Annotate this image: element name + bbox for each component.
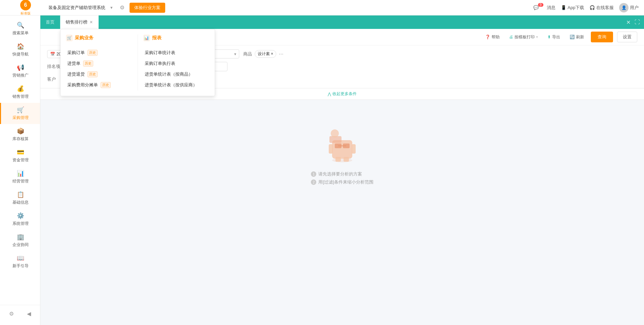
dropdown-divider — [138, 35, 138, 90]
enterprise-icon: 🏢 — [17, 233, 24, 241]
sidebar-item-quick[interactable]: 🏠 快捷导航 — [0, 39, 40, 60]
dropdown-purchase-cost[interactable]: 采购费用分摊单 历史 — [66, 80, 132, 90]
export-icon: ⬆ — [547, 35, 551, 39]
sales-icon: 💰 — [17, 85, 24, 92]
goods-label: 商品 — [243, 51, 252, 57]
settings-button[interactable]: 设置 — [617, 32, 637, 42]
system-gear-icon[interactable]: ⚙ — [117, 3, 127, 12]
svg-rect-1 — [332, 140, 352, 159]
report-section-icon: 📊 — [143, 35, 150, 41]
refresh-button[interactable]: 🔄 刷新 — [567, 33, 587, 41]
query-button[interactable]: 查询 — [591, 32, 613, 42]
help-icon: ❓ — [485, 35, 490, 39]
sidebar-item-sales[interactable]: 💰 销售管理 — [0, 82, 40, 103]
window-expand-btn[interactable]: ⛶ — [635, 19, 640, 25]
goods-more-btn[interactable]: ··· — [279, 51, 283, 57]
top-header: 6 标准版 装备及固定资产辅助管理系统 ▾ ⚙ 体验行业方案 💬 9 消息 📱 … — [0, 0, 644, 15]
dropdown-purchase-order-stat[interactable]: 采购订单统计表 — [143, 47, 210, 58]
svg-point-10 — [331, 129, 339, 137]
phone-icon: 📱 — [561, 5, 566, 10]
sidebar-item-system[interactable]: ⚙️ 系统管理 — [0, 209, 40, 230]
history-badge-2: 历史 — [87, 71, 98, 77]
dropdown-incoming-order[interactable]: 进货单 历史 — [66, 58, 132, 69]
dropdown-incoming-stat-goods[interactable]: 进货单统计表（按商品） — [143, 69, 210, 80]
dropdown-purchase-order-exec[interactable]: 采购订单执行表 — [143, 58, 210, 69]
user-avatar: 👤 — [619, 3, 629, 12]
tab-sales-rank-label: 销售排行榜 — [66, 19, 87, 25]
collapse-button[interactable]: ⋀ 收起更多条件 — [328, 91, 357, 97]
sidebar-item-enterprise[interactable]: 🏢 企业协同 — [0, 230, 40, 251]
sidebar-item-search[interactable]: 🔍 搜索菜单 — [0, 18, 40, 39]
main-layout: 🔍 搜索菜单 🏠 快捷导航 📢 营销推广 💰 销售管理 🛒 采购管理 📦 — [0, 15, 644, 325]
operations-icon: 📊 — [17, 170, 24, 177]
sidebar-item-inventory[interactable]: 📦 库存核算 — [0, 124, 40, 145]
history-badge-1: 历史 — [83, 60, 93, 67]
sidebar-settings-btn[interactable]: ⚙ — [8, 309, 15, 318]
tip-num-1: 1 — [311, 171, 316, 177]
logo-icon: 6 — [20, 0, 31, 10]
print-icon: 🖨 — [509, 35, 513, 39]
sidebar-collapse-btn[interactable]: ◀ — [26, 309, 32, 318]
tab-window-controls: ✕ ⛶ — [626, 19, 644, 26]
empty-svg — [322, 127, 362, 167]
dropdown-return-goods[interactable]: 进货退货 历史 — [66, 69, 132, 80]
guide-icon: 📖 — [17, 254, 24, 262]
tip-text-1: 请先选择要分析的方案 — [318, 171, 362, 177]
print-button[interactable]: 🖨 按模板打印 ▾ — [506, 33, 541, 41]
sidebar-item-operations[interactable]: 📊 经营管理 — [0, 166, 40, 188]
app-download-button[interactable]: 📱 App下载 — [561, 5, 584, 11]
empty-state: 1 请先选择要分析的方案 2 用[过滤]条件来缩小分析范围 — [40, 100, 644, 214]
sidebar-item-basic-info[interactable]: 📋 基础信息 — [0, 188, 40, 209]
tab-sales-rank[interactable]: 销售排行榜 ✕ 🛒 采购业务 采购订单 — [60, 15, 99, 29]
voucher-status-chevron: ▾ — [234, 52, 236, 56]
dropdown-purchase-order[interactable]: 采购订单 历史 — [66, 47, 132, 58]
trial-button[interactable]: 体验行业方案 — [130, 3, 165, 13]
basic-info-icon: 📋 — [17, 191, 24, 198]
message-icon: 💬 — [533, 5, 539, 10]
goods-tag: 设计素 × — [255, 50, 276, 58]
dropdown-report-col: 📊 报表 采购订单统计表 采购订单执行表 进货单统 — [143, 35, 210, 90]
dropdown-report-title: 📊 报表 — [143, 35, 210, 43]
empty-tip-2: 2 用[过滤]条件来缩小分析范围 — [311, 179, 373, 185]
marketing-icon: 📢 — [17, 64, 24, 71]
print-dropdown-icon[interactable]: ▾ — [536, 35, 538, 39]
customer-label: 客户 — [47, 76, 61, 82]
sidebar-item-finance[interactable]: 💳 资金管理 — [0, 145, 40, 166]
dropdown-incoming-stat-supplier[interactable]: 进货单统计表（按供应商） — [143, 80, 210, 90]
sidebar-item-marketing[interactable]: 📢 营销推广 — [0, 60, 40, 82]
user-menu-button[interactable]: 👤 用户 — [619, 3, 639, 12]
dropdown-purchase-col: 🛒 采购业务 采购订单 历史 进货单 历史 — [66, 35, 132, 90]
message-button[interactable]: 💬 9 消息 — [533, 5, 556, 11]
empty-tips: 1 请先选择要分析的方案 2 用[过滤]条件来缩小分析范围 — [311, 171, 373, 187]
svg-rect-7 — [335, 157, 341, 162]
history-badge-3: 历史 — [101, 82, 111, 88]
dropdown-menu: 🛒 采购业务 采购订单 历史 进货单 历史 — [60, 29, 215, 96]
svg-rect-5 — [329, 144, 333, 154]
empty-illustration — [322, 127, 362, 167]
help-button[interactable]: ❓ 帮助 — [482, 33, 502, 41]
sidebar: 🔍 搜索菜单 🏠 快捷导航 📢 营销推广 💰 销售管理 🛒 采购管理 📦 — [0, 15, 40, 325]
message-badge: 9 — [538, 3, 543, 7]
svg-rect-8 — [344, 157, 349, 162]
export-button[interactable]: ⬆ 导出 — [545, 33, 563, 41]
window-close-btn[interactable]: ✕ — [626, 19, 631, 26]
svg-point-0 — [332, 158, 352, 162]
tip-text-2: 用[过滤]条件来缩小分析范围 — [318, 179, 373, 185]
logo-area: 6 标准版 — [5, 0, 46, 16]
tab-bar: 首页 销售排行榜 ✕ 🛒 采购业务 — [40, 15, 644, 29]
sidebar-item-guide[interactable]: 📖 新手引导 — [0, 251, 40, 272]
sidebar-item-purchase[interactable]: 🛒 采购管理 — [0, 103, 40, 124]
tab-home[interactable]: 首页 — [40, 15, 60, 29]
tab-close-icon[interactable]: ✕ — [90, 20, 93, 25]
finance-icon: 💳 — [17, 149, 24, 156]
online-service-button[interactable]: 🎧 在线客服 — [589, 5, 614, 11]
system-dropdown-icon[interactable]: ▾ — [108, 4, 115, 11]
tip-num-2: 2 — [311, 179, 316, 185]
calendar-icon: 📅 — [50, 52, 55, 56]
svg-rect-6 — [352, 144, 356, 154]
refresh-icon: 🔄 — [570, 35, 575, 39]
goods-filter: 商品 设计素 × ··· — [243, 50, 284, 58]
search-icon: 🔍 — [17, 22, 24, 29]
system-icon: ⚙️ — [17, 212, 24, 219]
logo-subtitle: 标准版 — [21, 11, 31, 16]
